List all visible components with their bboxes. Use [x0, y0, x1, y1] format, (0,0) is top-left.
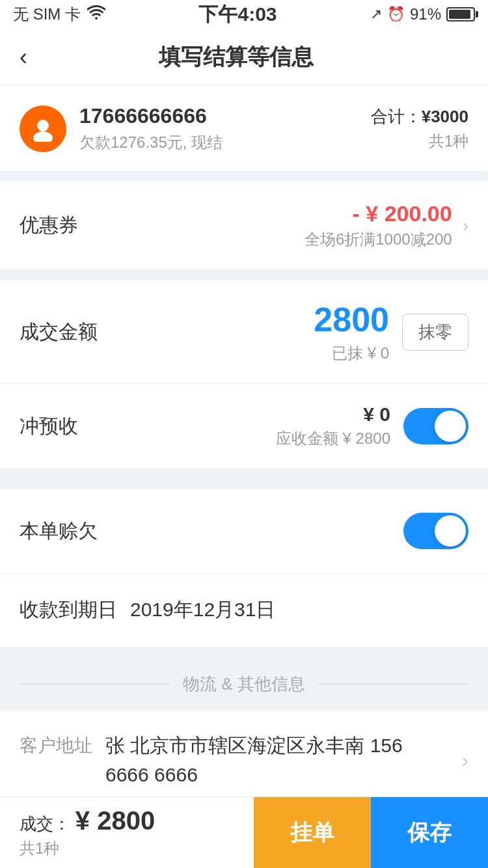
amount-row: 成交金额 2800 已抹 ¥ 0 抹零: [0, 280, 488, 384]
coupon-row[interactable]: 优惠券 - ¥ 200.00 全场6折满1000减200 ›: [0, 182, 488, 270]
deal-row: 成交： ¥ 2800: [20, 806, 234, 835]
prepay-toggle[interactable]: [403, 408, 468, 444]
status-bar-time: 下午4:03: [198, 1, 277, 28]
coupon-amount: - ¥ 200.00: [305, 201, 452, 226]
status-bar-left: 无 SIM 卡: [13, 4, 105, 25]
logistics-section: 物流 & 其他信息: [0, 657, 488, 711]
prepay-amount-block: ¥ 0 应收金额 ¥ 2800: [276, 403, 390, 449]
credit-toggle[interactable]: [403, 513, 468, 549]
amount-sub: 已抹 ¥ 0: [314, 343, 389, 364]
coupon-arrow-icon: ›: [463, 215, 468, 236]
credit-row: 本单赊欠: [0, 489, 488, 573]
total-label: 合计：¥3000: [371, 105, 468, 128]
hang-button[interactable]: 挂单: [254, 797, 371, 869]
address-arrow-icon: ›: [461, 748, 468, 772]
due-date-label: 收款到期日: [20, 597, 117, 623]
coupon-right: - ¥ 200.00 全场6折满1000减200 ›: [305, 201, 468, 250]
coupon-label: 优惠券: [20, 212, 78, 239]
address-content: 张 北京市市辖区海淀区永丰南 156 6666 6666: [105, 731, 448, 789]
alarm-icon: ⏰: [387, 6, 405, 23]
total-count: 共1种: [371, 131, 468, 152]
address-row[interactable]: 客户地址 张 北京市市辖区海淀区永丰南 156 6666 6666 ›: [0, 711, 488, 809]
carrier-text: 无 SIM 卡: [13, 4, 81, 25]
battery-percent: 91%: [410, 5, 441, 23]
customer-left: 17666666666 欠款1276.35元, 现结: [20, 104, 223, 153]
bottom-summary: 成交： ¥ 2800 共1种: [0, 806, 254, 859]
amount-right: 2800 已抹 ¥ 0 抹零: [314, 300, 468, 364]
prepay-amount: ¥ 0: [276, 403, 390, 426]
due-date-value: 2019年12月31日: [130, 597, 275, 623]
customer-phone: 17666666666: [79, 104, 223, 128]
page-title: 填写结算等信息: [40, 42, 432, 72]
round-button[interactable]: 抹零: [402, 314, 468, 351]
save-button[interactable]: 保存: [371, 797, 488, 869]
address-label: 客户地址: [20, 733, 92, 758]
divider-1: [0, 270, 488, 280]
deal-count: 共1种: [20, 838, 234, 859]
content: 17666666666 欠款1276.35元, 现结 合计：¥3000 共1种 …: [0, 86, 488, 868]
amount-label: 成交金额: [20, 319, 98, 346]
location-icon: ↗: [370, 6, 382, 23]
amount-section: 成交金额 2800 已抹 ¥ 0 抹零 冲预收 ¥ 0 应收金额 ¥ 2800: [0, 280, 488, 468]
deal-amount: ¥ 2800: [75, 806, 155, 835]
toggle-knob: [435, 411, 466, 442]
nav-bar: ‹ 填写结算等信息: [0, 29, 488, 86]
status-bar: 无 SIM 卡 下午4:03 ↗ ⏰ 91%: [0, 0, 488, 29]
amount-value: 2800: [314, 300, 389, 339]
wifi-icon: [87, 5, 105, 23]
customer-debt: 欠款1276.35元, 现结: [79, 132, 223, 153]
bottom-bar: 成交： ¥ 2800 共1种 挂单 保存: [0, 796, 488, 868]
due-date-row: 收款到期日 2019年12月31日: [0, 573, 488, 647]
customer-info: 17666666666 欠款1276.35元, 现结: [79, 104, 223, 153]
logistics-label: 物流 & 其他信息: [183, 673, 305, 696]
coupon-desc: 全场6折满1000减200: [305, 229, 452, 250]
svg-point-1: [33, 131, 53, 142]
divider-line-left: [20, 684, 170, 685]
prepay-right: ¥ 0 应收金额 ¥ 2800: [276, 403, 468, 449]
customer-right: 合计：¥3000 共1种: [371, 105, 468, 152]
divider-2: [0, 468, 488, 479]
battery-icon: [446, 7, 475, 21]
credit-toggle-knob: [435, 515, 466, 547]
deal-label: 成交：: [20, 814, 70, 834]
divider-line-right: [318, 684, 468, 685]
credit-label: 本单赊欠: [20, 518, 98, 545]
customer-card: 17666666666 欠款1276.35元, 现结 合计：¥3000 共1种: [0, 86, 488, 171]
prepay-row: 冲预收 ¥ 0 应收金额 ¥ 2800: [0, 384, 488, 468]
avatar: [20, 105, 66, 152]
prepay-label: 冲预收: [20, 413, 78, 440]
svg-point-0: [37, 120, 49, 131]
prepay-sub: 应收金额 ¥ 2800: [276, 428, 390, 449]
status-bar-right: ↗ ⏰ 91%: [370, 5, 475, 23]
back-button[interactable]: ‹: [20, 44, 27, 71]
